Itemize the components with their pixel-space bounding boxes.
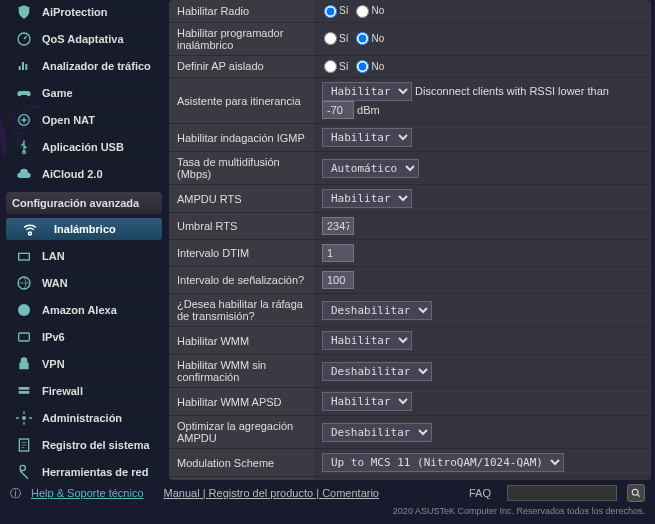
rssi-text: Disconnect clients with RSSI lower than — [415, 85, 609, 97]
ipv6-icon — [12, 329, 36, 345]
row-label: Modulation Scheme — [169, 449, 314, 477]
radio-si[interactable] — [324, 32, 337, 45]
footer: ⓘ Help & Soporte técnico Manual | Regist… — [0, 480, 655, 524]
vpn-icon — [12, 356, 36, 372]
sidebar-item-wireless[interactable]: Inalámbrico — [6, 218, 162, 240]
manual-link[interactable]: Manual — [164, 487, 200, 499]
radio-no[interactable] — [356, 32, 369, 45]
gear-icon — [12, 410, 36, 426]
sidebar-item-vpn[interactable]: VPN — [6, 352, 162, 376]
wifi-icon — [12, 218, 48, 240]
row-label: ¿Desea habilitar la ráfaga de transmisió… — [169, 294, 314, 327]
sidebar-item-firewall[interactable]: Firewall — [6, 379, 162, 403]
row-label: Habilitar programador inalámbrico — [169, 22, 314, 55]
row-label: Optimizar la agregación AMPDU — [169, 416, 314, 449]
sidebar: AiProtection QoS Adaptativa Analizador d… — [0, 0, 165, 480]
faq-search-input[interactable] — [507, 485, 617, 501]
modulation-select[interactable]: Up to MCS 11 (NitroQAM/1024-QAM) — [322, 453, 564, 472]
beacon-input[interactable] — [322, 271, 354, 289]
globe-icon — [12, 275, 36, 291]
wmm-apsd-select[interactable]: Habilitar — [322, 392, 412, 411]
sidebar-item-aicloud[interactable]: AiCloud 2.0 — [6, 162, 162, 186]
nat-icon — [12, 112, 36, 128]
roaming-select[interactable]: Habilitar — [322, 82, 412, 101]
svg-rect-2 — [19, 253, 30, 260]
game-icon — [12, 85, 36, 101]
sidebar-item-ipv6[interactable]: IPv6 — [6, 325, 162, 349]
sidebar-item-aiprotection[interactable]: AiProtection — [6, 0, 162, 24]
shield-icon — [12, 4, 36, 20]
sidebar-item-qos[interactable]: QoS Adaptativa — [6, 27, 162, 51]
radio-si[interactable] — [324, 5, 337, 18]
row-label: Habilitar WMM APSD — [169, 388, 314, 416]
sidebar-item-lan[interactable]: LAN — [6, 244, 162, 268]
radio-si[interactable] — [324, 60, 337, 73]
sidebar-item-opennat[interactable]: Open NAT — [6, 108, 162, 132]
sidebar-item-alexa[interactable]: Amazon Alexa — [6, 298, 162, 322]
copyright: 2020 ASUSTeK Computer Inc. Reservados to… — [10, 506, 645, 516]
lan-icon — [12, 248, 36, 264]
wmm-noack-select[interactable]: Deshabilitar — [322, 362, 432, 381]
settings-panel: Habilitar RadioSíNo Habilitar programado… — [169, 0, 651, 480]
row-label: Intervalo DTIM — [169, 240, 314, 267]
product-reg-link[interactable]: Registro del producto — [209, 487, 314, 499]
svg-point-8 — [632, 489, 638, 495]
row-label: Equidad de tiempo de emisión — [169, 477, 314, 480]
row-label: Habilitar WMM — [169, 327, 314, 355]
sidebar-item-traffic[interactable]: Analizador de tráfico — [6, 54, 162, 78]
multicast-select[interactable]: Automático — [322, 159, 419, 178]
svg-point-4 — [18, 304, 30, 316]
help-icon: ⓘ — [10, 486, 21, 501]
row-label: Definir AP aislado — [169, 55, 314, 78]
svg-rect-5 — [19, 333, 30, 341]
row-label: Habilitar WMM sin confirmación — [169, 355, 314, 388]
chart-icon — [12, 58, 36, 74]
firewall-icon — [12, 383, 36, 399]
gauge-icon — [12, 31, 36, 47]
radio-no[interactable] — [356, 5, 369, 18]
faq-label: FAQ — [469, 487, 491, 499]
usb-icon — [12, 139, 36, 155]
ampdu-agg-select[interactable]: Deshabilitar — [322, 423, 432, 442]
sidebar-item-wan[interactable]: WAN — [6, 271, 162, 295]
txburst-select[interactable]: Deshabilitar — [322, 301, 432, 320]
row-label: Habilitar indagación IGMP — [169, 124, 314, 152]
row-label: Asistente para itinerancia — [169, 78, 314, 124]
row-label: Tasa de multidifusión (Mbps) — [169, 152, 314, 185]
sidebar-item-syslog[interactable]: Registro del sistema — [6, 433, 162, 457]
feedback-link[interactable]: Comentario — [322, 487, 379, 499]
row-label: Umbral RTS — [169, 213, 314, 240]
sidebar-item-game[interactable]: Game — [6, 81, 162, 105]
dtim-input[interactable] — [322, 244, 354, 262]
rts-threshold-input[interactable] — [322, 217, 354, 235]
log-icon — [12, 437, 36, 453]
ampdu-rts-select[interactable]: Habilitar — [322, 189, 412, 208]
sidebar-item-nettools[interactable]: Herramientas de red — [6, 460, 162, 484]
wmm-select[interactable]: Habilitar — [322, 331, 412, 350]
row-label: AMPDU RTS — [169, 185, 314, 213]
tools-icon — [12, 464, 36, 480]
help-support-link[interactable]: Help & Soporte técnico — [31, 487, 144, 499]
row-label: Intervalo de señalización? — [169, 267, 314, 294]
svg-point-6 — [22, 416, 26, 420]
igmp-select[interactable]: Habilitar — [322, 128, 412, 147]
search-button[interactable] — [627, 484, 645, 502]
radio-no[interactable] — [356, 60, 369, 73]
sidebar-item-admin[interactable]: Administración — [6, 406, 162, 430]
unit-label: dBm — [357, 104, 380, 116]
alexa-icon — [12, 302, 36, 318]
row-label: Habilitar Radio — [169, 0, 314, 22]
cloud-icon — [12, 166, 36, 182]
sidebar-item-usb[interactable]: Aplicación USB — [6, 135, 162, 159]
advanced-header: Configuración avanzada — [6, 192, 162, 214]
rssi-input[interactable] — [322, 101, 354, 119]
